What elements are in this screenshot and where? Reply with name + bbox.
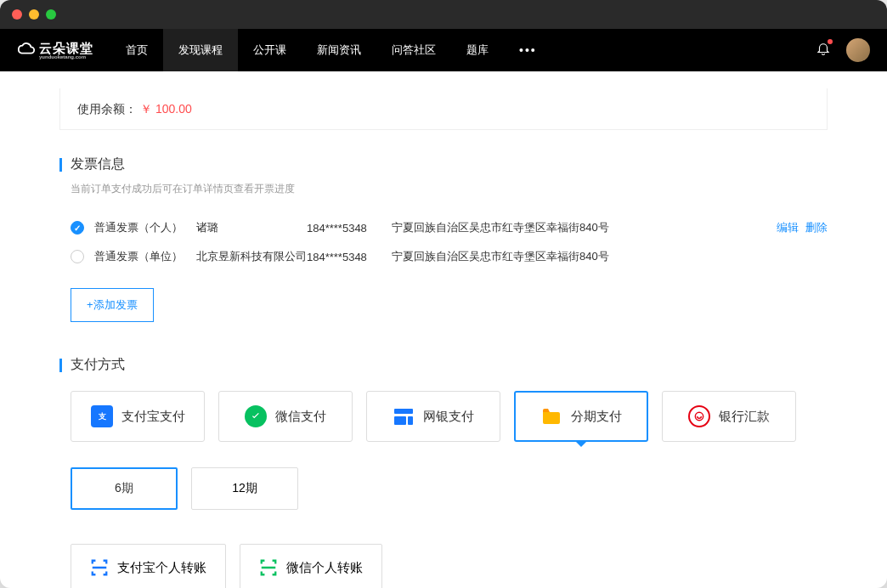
wechat-scan-icon	[259, 558, 278, 577]
installment-icon	[540, 405, 562, 427]
invoice-radio[interactable]	[71, 250, 84, 263]
transfer-option-1[interactable]: 微信个人转账	[240, 544, 382, 588]
brand-logo[interactable]: 云朵课堂 yunduoketang.com	[17, 41, 93, 59]
invoice-name: 诸璐	[196, 220, 307, 235]
installment-option-0[interactable]: 6期	[71, 467, 178, 510]
nav-item-1[interactable]: 发现课程	[163, 29, 238, 71]
invoice-delete-link[interactable]: 删除	[805, 221, 828, 234]
invoice-address: 宁夏回族自治区吴忠市红寺堡区幸福街840号	[392, 249, 828, 264]
payment-option-unionpay[interactable]: 网银支付	[366, 391, 500, 442]
invoice-list: 普通发票（个人）诸璐184****5348宁夏回族自治区吴忠市红寺堡区幸福街84…	[59, 213, 828, 271]
window-titlebar	[0, 0, 887, 29]
brand-name: 云朵课堂	[39, 42, 93, 54]
nav-item-4[interactable]: 问答社区	[376, 29, 451, 71]
nav-more-button[interactable]: •••	[504, 43, 552, 57]
svg-rect-2	[394, 416, 406, 425]
payment-option-installment[interactable]: 分期支付	[514, 391, 648, 442]
transfer-options: 支付宝个人转账微信个人转账	[59, 544, 828, 588]
cloud-icon	[17, 41, 36, 59]
notification-bell[interactable]	[816, 41, 831, 59]
payment-options: 支支付宝支付微信支付网银支付分期支付银行汇款	[59, 391, 828, 442]
balance-value: ￥ 100.00	[140, 102, 192, 116]
payment-option-alipay[interactable]: 支支付宝支付	[71, 391, 205, 442]
svg-rect-3	[408, 416, 413, 425]
payment-option-label: 微信支付	[275, 409, 326, 425]
nav-item-5[interactable]: 题库	[451, 29, 504, 71]
payment-option-label: 网银支付	[423, 409, 474, 425]
app-window: 云朵课堂 yunduoketang.com 首页发现课程公开课新闻资讯问答社区题…	[0, 0, 887, 588]
user-avatar[interactable]	[846, 38, 870, 62]
invoice-type: 普通发票（单位）	[94, 249, 196, 264]
invoice-phone: 184****5348	[307, 222, 392, 235]
installment-option-1[interactable]: 12期	[191, 467, 298, 510]
invoice-row: 普通发票（单位）北京昱新科技有限公司184****5348宁夏回族自治区吴忠市红…	[59, 242, 828, 271]
invoice-name: 北京昱新科技有限公司	[196, 249, 307, 264]
nav-item-2[interactable]: 公开课	[238, 29, 302, 71]
window-minimize-button[interactable]	[29, 9, 39, 20]
payment-option-bank[interactable]: 银行汇款	[662, 391, 796, 442]
payment-option-wechat[interactable]: 微信支付	[218, 391, 353, 442]
bank-icon	[688, 405, 710, 427]
transfer-option-0[interactable]: 支付宝个人转账	[71, 544, 226, 588]
transfer-option-label: 微信个人转账	[286, 560, 363, 576]
svg-point-4	[695, 412, 703, 420]
app-header: 云朵课堂 yunduoketang.com 首页发现课程公开课新闻资讯问答社区题…	[0, 29, 887, 71]
invoice-address: 宁夏回族自治区吴忠市红寺堡区幸福街840号	[392, 220, 770, 235]
nav-item-0[interactable]: 首页	[110, 29, 163, 71]
window-maximize-button[interactable]	[46, 9, 56, 20]
invoice-actions: 编辑删除	[770, 220, 828, 235]
brand-domain: yunduoketang.com	[39, 54, 93, 59]
svg-rect-1	[394, 409, 413, 414]
invoice-type: 普通发票（个人）	[94, 220, 196, 235]
payment-option-label: 分期支付	[571, 409, 622, 425]
nav-item-3[interactable]: 新闻资讯	[302, 29, 376, 71]
invoice-section-subtitle: 当前订单支付成功后可在订单详情页查看开票进度	[59, 182, 828, 196]
alipay-scan-icon	[90, 558, 109, 577]
transfer-option-label: 支付宝个人转账	[117, 560, 206, 576]
invoice-section-title: 发票信息	[59, 155, 828, 173]
svg-text:支: 支	[97, 412, 105, 421]
window-close-button[interactable]	[12, 9, 22, 20]
main-nav: 首页发现课程公开课新闻资讯问答社区题库	[110, 29, 504, 71]
invoice-edit-link[interactable]: 编辑	[777, 221, 799, 234]
invoice-row: 普通发票（个人）诸璐184****5348宁夏回族自治区吴忠市红寺堡区幸福街84…	[59, 213, 828, 242]
wechat-icon	[245, 405, 267, 427]
balance-label: 使用余额：	[77, 102, 137, 116]
unionpay-icon	[393, 405, 415, 427]
add-invoice-button[interactable]: +添加发票	[71, 288, 154, 322]
invoice-radio[interactable]	[71, 221, 84, 235]
balance-box: 使用余额：￥ 100.00	[59, 88, 828, 130]
payment-option-label: 支付宝支付	[121, 409, 185, 425]
invoice-phone: 184****5348	[307, 251, 392, 263]
installment-options: 6期12期	[59, 467, 828, 510]
notification-dot-icon	[828, 39, 833, 44]
page-content: 使用余额：￥ 100.00 发票信息 当前订单支付成功后可在订单详情页查看开票进…	[0, 71, 887, 588]
payment-option-label: 银行汇款	[719, 409, 770, 425]
payment-section-title: 支付方式	[59, 356, 828, 374]
alipay-icon: 支	[91, 405, 113, 427]
